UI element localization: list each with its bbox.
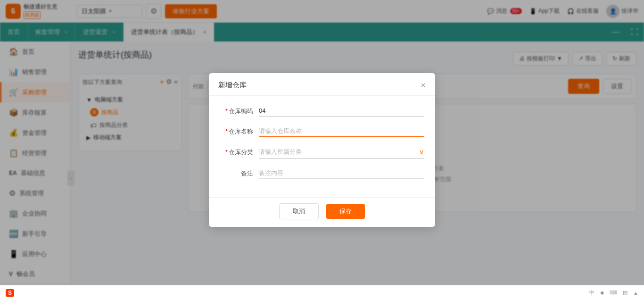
code-input[interactable] — [259, 105, 424, 117]
save-button[interactable]: 保存 — [326, 204, 365, 219]
s-logo: S — [6, 289, 14, 297]
modal-footer: 取消 保存 — [209, 197, 435, 227]
cancel-button[interactable]: 取消 — [279, 203, 319, 219]
layout-icon[interactable]: ▤ — [623, 290, 627, 296]
add-warehouse-modal: 新增仓库 × 仓库编码 仓库名称 仓库分类 请输入所属分类 ∨ — [209, 73, 435, 227]
form-row-code: 仓库编码 — [220, 105, 424, 117]
chinese-icon[interactable]: 中 — [589, 289, 594, 296]
category-label: 仓库分类 — [220, 148, 253, 157]
category-dropdown-arrow-icon: ∨ — [419, 148, 424, 156]
category-placeholder: 请输入所属分类 — [259, 148, 302, 156]
form-row-name: 仓库名称 — [220, 125, 424, 137]
name-input[interactable] — [259, 125, 424, 137]
bottom-icons: 中 ◆ ⌨ ▤ ▲ — [589, 289, 638, 296]
bottom-bar: S 中 ◆ ⌨ ▤ ▲ — [0, 285, 644, 300]
diamond-icon[interactable]: ◆ — [600, 290, 604, 296]
name-label: 仓库名称 — [220, 127, 253, 136]
modal-header: 新增仓库 × — [209, 73, 435, 96]
form-row-remark: 备注 — [220, 167, 424, 179]
category-dropdown[interactable]: 请输入所属分类 ∨ — [259, 146, 424, 159]
form-row-category: 仓库分类 请输入所属分类 ∨ — [220, 146, 424, 159]
remark-label: 备注 — [220, 169, 253, 178]
modal-title: 新增仓库 — [218, 81, 247, 90]
arrow-icon[interactable]: ▲ — [633, 290, 638, 296]
remark-input[interactable] — [259, 167, 424, 179]
keyboard-icon[interactable]: ⌨ — [610, 290, 617, 296]
modal-body: 仓库编码 仓库名称 仓库分类 请输入所属分类 ∨ 备注 — [209, 96, 435, 197]
modal-overlay: 新增仓库 × 仓库编码 仓库名称 仓库分类 请输入所属分类 ∨ — [0, 0, 644, 300]
modal-close-icon[interactable]: × — [421, 81, 426, 90]
code-label: 仓库编码 — [220, 107, 253, 116]
